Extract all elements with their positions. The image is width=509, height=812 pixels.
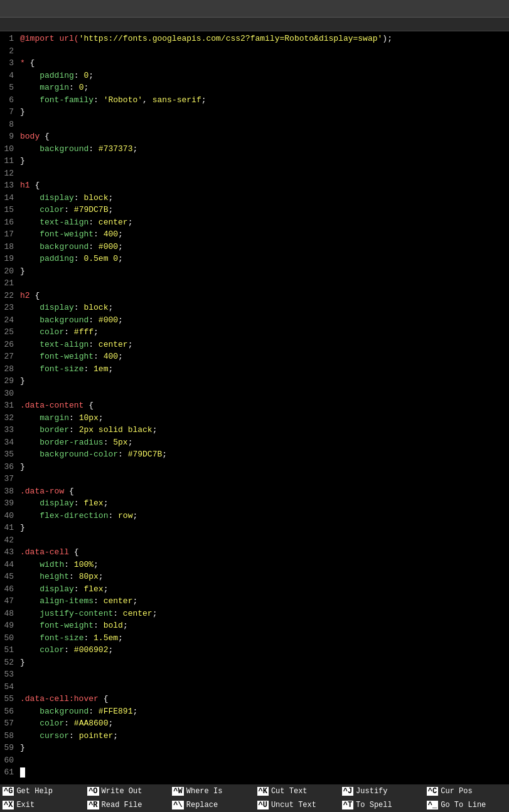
token: background xyxy=(40,707,88,716)
line-number: 17 xyxy=(4,228,14,241)
token: padding xyxy=(40,71,74,80)
token: bold xyxy=(104,621,123,630)
status-label: Replace xyxy=(186,801,218,809)
token: #000 xyxy=(99,315,118,325)
token: ; xyxy=(83,83,88,92)
line-number: 61 xyxy=(4,766,14,779)
token: : xyxy=(94,352,104,361)
code-line: align-items: center; xyxy=(20,595,506,608)
token: : xyxy=(94,621,104,630)
editor-area[interactable]: 1234567891011121314151617181920212223242… xyxy=(0,31,509,784)
code-line: display: flex; xyxy=(20,497,506,510)
code-line: cursor: pointer; xyxy=(20,730,506,742)
token: border-radius xyxy=(40,438,103,447)
token: : xyxy=(88,707,99,716)
line-number: 1 xyxy=(4,33,14,45)
token xyxy=(20,95,40,105)
token: 'Roboto' xyxy=(104,95,142,105)
token: : xyxy=(88,144,99,154)
line-number: 56 xyxy=(4,705,14,718)
token xyxy=(20,218,40,227)
token: ; xyxy=(104,584,109,594)
line-number: 59 xyxy=(4,742,14,754)
token: .data-cell xyxy=(20,694,69,704)
token xyxy=(20,584,40,594)
token: ; xyxy=(132,707,137,716)
status-item: ^CCur Pos xyxy=(424,787,509,796)
token: : xyxy=(94,229,104,239)
line-number: 31 xyxy=(4,399,14,412)
status-key: ^T xyxy=(342,801,353,809)
token: : xyxy=(88,340,99,349)
token: ; xyxy=(118,315,123,325)
token: #006902 xyxy=(74,645,109,655)
token: ; xyxy=(108,645,113,655)
code-content[interactable]: @import url('https://fonts.googleapis.co… xyxy=(18,31,509,784)
token: align-items xyxy=(40,596,94,606)
token: h2 xyxy=(20,291,35,300)
token: flex xyxy=(83,498,103,508)
status-key: ^J xyxy=(342,787,353,796)
token: 0.5em 0 xyxy=(83,254,118,263)
code-line xyxy=(20,766,506,779)
line-number: 25 xyxy=(4,326,14,339)
code-line xyxy=(20,388,506,400)
token: :hover xyxy=(69,694,104,704)
token: #AA8600 xyxy=(74,719,109,728)
token xyxy=(20,242,40,251)
token: : xyxy=(69,425,79,435)
status-key: ^K xyxy=(257,787,269,796)
token: ; xyxy=(99,572,104,581)
line-number: 34 xyxy=(4,436,14,449)
token: ; xyxy=(99,413,104,423)
token: .data-cell xyxy=(20,547,74,557)
code-line: } xyxy=(20,375,506,388)
code-line: .data-cell { xyxy=(20,546,506,559)
line-number: 30 xyxy=(4,388,14,400)
token: ; xyxy=(118,242,123,251)
code-line: .data-cell:hover { xyxy=(20,693,506,705)
token: : xyxy=(64,645,74,655)
token: : xyxy=(69,413,79,423)
token xyxy=(20,609,40,618)
token: font-weight xyxy=(40,352,94,361)
token: } xyxy=(20,266,25,276)
line-number: 11 xyxy=(4,155,14,167)
code-line: font-family: 'Roboto', sans-serif; xyxy=(20,94,506,107)
line-number: 6 xyxy=(4,94,14,107)
line-number: 3 xyxy=(4,57,14,70)
line-number: 7 xyxy=(4,106,14,119)
token: pointer xyxy=(79,731,114,741)
token: : xyxy=(88,315,99,325)
status-key: ^U xyxy=(257,801,269,809)
line-number: 58 xyxy=(4,730,14,742)
code-line: margin: 10px; xyxy=(20,412,506,424)
line-number: 18 xyxy=(4,241,14,253)
line-number: 9 xyxy=(4,130,14,143)
token xyxy=(20,645,40,655)
code-line xyxy=(20,277,506,290)
token xyxy=(20,731,40,741)
code-line: color: #006902; xyxy=(20,644,506,656)
token: display xyxy=(40,498,74,508)
code-line: margin: 0; xyxy=(20,82,506,94)
line-number: 24 xyxy=(4,314,14,327)
token: border xyxy=(40,425,69,435)
line-number: 10 xyxy=(4,143,14,156)
token: background xyxy=(40,144,88,154)
line-number: 60 xyxy=(4,754,14,767)
line-number: 21 xyxy=(4,277,14,290)
code-line: height: 80px; xyxy=(20,571,506,583)
token xyxy=(20,303,40,312)
line-number: 50 xyxy=(4,632,14,645)
status-item: ^JJustify xyxy=(340,787,424,796)
code-line: .data-content { xyxy=(20,399,506,412)
token: } xyxy=(20,156,25,166)
token: sans-serif xyxy=(153,95,201,105)
status-item: ^_Go To Line xyxy=(424,801,509,809)
token xyxy=(20,438,40,447)
token: center xyxy=(99,340,128,349)
line-number: 46 xyxy=(4,583,14,596)
token: ; xyxy=(128,438,133,447)
token: } xyxy=(20,743,25,752)
